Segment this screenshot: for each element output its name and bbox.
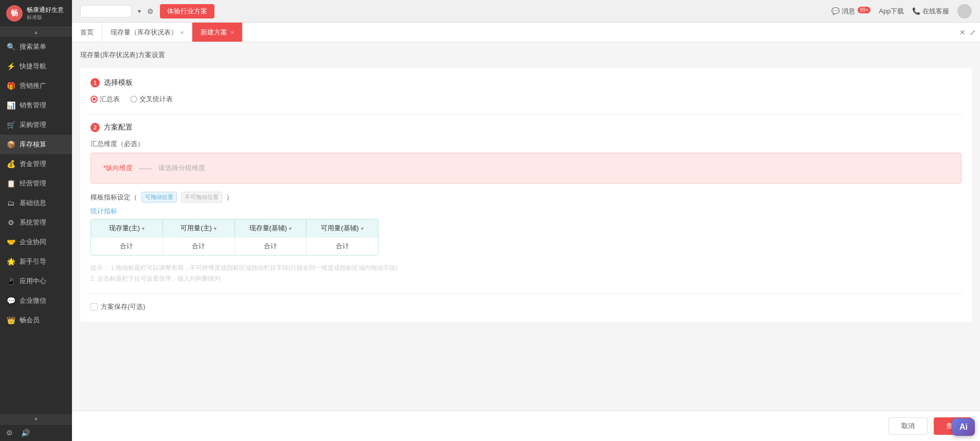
- tab-expand-icon[interactable]: ⤢: [970, 28, 976, 36]
- message-badge: 99+: [858, 7, 870, 13]
- page-title: 现存量(库存状况表)方案设置: [80, 50, 972, 60]
- sidebar-scroll-up[interactable]: ▲: [0, 27, 72, 37]
- sidebar-item-management[interactable]: 📋 经营管理: [0, 174, 72, 193]
- section1-title: 选择模板: [104, 78, 133, 87]
- stat-table-header: 现存量(主) ▾ 可用量(主) ▾ 现存量(基辅) ▾: [91, 219, 378, 237]
- sidebar-item-label: 应用中心: [20, 277, 46, 286]
- col-dropdown-2[interactable]: ▾: [289, 226, 292, 231]
- topbar-dropdown-arrow[interactable]: ▾: [138, 8, 141, 15]
- col-header-1[interactable]: 可用量(主) ▾: [163, 219, 235, 237]
- guide-icon: 🌟: [6, 257, 15, 266]
- stat-table: 现存量(主) ▾ 可用量(主) ▾ 现存量(基辅) ▾: [90, 219, 378, 255]
- sidebar-item-basic-info[interactable]: 🗂 基础信息: [0, 193, 72, 213]
- section1-header: 1 选择模板: [90, 78, 961, 87]
- sidebar-item-app-center[interactable]: 📱 应用中心: [0, 271, 72, 291]
- sidebar-item-inventory[interactable]: 📦 库存核算: [0, 135, 72, 154]
- sidebar-item-label: 搜索菜单: [20, 42, 46, 51]
- app-name: 畅康通好生意: [27, 6, 64, 14]
- col-header-3[interactable]: 可用量(基辅) ▾: [306, 219, 378, 237]
- message-icon[interactable]: 💬 消息 99+: [831, 7, 870, 16]
- section-choose-template: 1 选择模板 汇总表 交叉统计表: [90, 78, 961, 104]
- tab-new-plan-close[interactable]: ×: [230, 29, 233, 35]
- online-support-link[interactable]: 📞 在线客服: [912, 7, 949, 16]
- sidebar-item-label: 营销推广: [20, 81, 46, 90]
- collab-icon: 🤝: [6, 237, 15, 247]
- non-draggable-badge: 不可拖动位置: [181, 192, 222, 203]
- tabbar-right: ✕ ⤢: [955, 23, 980, 42]
- sidebar-item-label: 资金管理: [20, 159, 46, 169]
- topbar-search-input[interactable]: [80, 5, 132, 17]
- sidebar-item-system[interactable]: ⚙ 系统管理: [0, 213, 72, 232]
- app-center-icon: 📱: [6, 277, 15, 286]
- sidebar-item-label: 销售管理: [20, 101, 46, 110]
- search-icon: 🔍: [6, 42, 15, 51]
- inventory-icon: 📦: [6, 140, 15, 149]
- sidebar-item-label: 库存核算: [20, 140, 46, 149]
- sidebar-item-guide[interactable]: 🌟 新手引导: [0, 252, 72, 271]
- section2-header: 2 方案配置: [90, 123, 961, 132]
- dimension-row: *纵向维度 —— 请选择分组维度: [103, 163, 949, 173]
- settings-icon[interactable]: ⚙: [6, 429, 13, 437]
- purchase-icon: 🛒: [6, 120, 15, 130]
- sidebar-item-label: 基础信息: [20, 198, 46, 208]
- col-header-0[interactable]: 现存量(主) ▾: [91, 219, 163, 237]
- radio-cross-table[interactable]: 交叉统计表: [130, 95, 173, 104]
- save-checkbox[interactable]: [90, 303, 98, 310]
- marketing-icon: 🎁: [6, 81, 15, 90]
- col-dropdown-0[interactable]: ▾: [142, 226, 144, 231]
- sidebar-item-quick-nav[interactable]: ⚡ 快捷导航: [0, 57, 72, 76]
- system-icon: ⚙: [6, 218, 15, 227]
- quick-nav-icon: ⚡: [6, 62, 15, 71]
- radio-cross-circle: [130, 96, 137, 103]
- sidebar-item-label: 经营管理: [20, 179, 46, 188]
- topbar: ▾ ⚙ 体验行业方案 💬 消息 99+ App下载 📞 在线客服: [72, 0, 980, 23]
- app-download-link[interactable]: App下载: [879, 7, 904, 16]
- sidebar-scroll-down[interactable]: ▼: [0, 414, 72, 424]
- tab-inventory-close[interactable]: ×: [180, 29, 184, 35]
- topbar-right: 💬 消息 99+ App下载 📞 在线客服: [831, 4, 972, 19]
- tip-2: 2. 点击标题栏下拉可设置排序、插入列和删除列: [90, 274, 961, 283]
- sound-icon[interactable]: 🔊: [21, 429, 30, 437]
- user-avatar[interactable]: [957, 4, 972, 19]
- cancel-button[interactable]: 取消: [888, 417, 928, 435]
- sidebar-item-finance[interactable]: 💰 资金管理: [0, 154, 72, 174]
- sidebar-item-search[interactable]: 🔍 搜索菜单: [0, 37, 72, 57]
- stat-table-body: 合计 合计 合计 合计: [91, 237, 378, 255]
- radio-summary-table[interactable]: 汇总表: [90, 95, 120, 104]
- divider1: [90, 114, 961, 115]
- dimension-dash: ——: [139, 164, 152, 172]
- sidebar-item-marketing[interactable]: 🎁 营销推广: [0, 76, 72, 96]
- section2-title: 方案配置: [104, 123, 133, 132]
- draggable-badge: 可拖动位置: [141, 192, 177, 203]
- radio-summary-label: 汇总表: [100, 95, 120, 104]
- col-dropdown-3[interactable]: ▾: [361, 226, 364, 231]
- section1-number: 1: [90, 78, 100, 87]
- tab-inventory[interactable]: 现存量（库存状况表） ×: [102, 23, 192, 42]
- sales-icon: 📊: [6, 101, 15, 110]
- tab-new-plan[interactable]: 新建方案 ×: [192, 23, 242, 42]
- radio-cross-label: 交叉统计表: [139, 95, 173, 104]
- sidebar-item-member[interactable]: 👑 畅会员: [0, 310, 72, 330]
- management-icon: 📋: [6, 179, 15, 188]
- col-header-2[interactable]: 现存量(基辅) ▾: [235, 219, 307, 237]
- sidebar-item-purchase[interactable]: 🛒 采购管理: [0, 115, 72, 135]
- divider2: [90, 293, 961, 294]
- ai-badge[interactable]: Ai: [952, 418, 975, 436]
- radio-summary-circle: [90, 96, 98, 103]
- sidebar-item-collab[interactable]: 🤝 企业协同: [0, 232, 72, 252]
- content-area: 现存量(库存状况表)方案设置 1 选择模板 汇总表 交叉统计表: [72, 42, 980, 411]
- trial-button[interactable]: 体验行业方案: [160, 4, 214, 19]
- sidebar-item-wechat[interactable]: 💬 企业微信: [0, 291, 72, 310]
- topbar-gear-icon[interactable]: ⚙: [147, 7, 154, 15]
- tabbar: 首页 现存量（库存状况表） × 新建方案 × ✕ ⤢: [72, 23, 980, 42]
- tab-close-all-icon[interactable]: ✕: [959, 28, 966, 36]
- sidebar-item-label: 系统管理: [20, 218, 46, 227]
- save-option-label: 方案保存(可选): [101, 302, 146, 311]
- sidebar-item-sales[interactable]: 📊 销售管理: [0, 96, 72, 115]
- footer: 取消 查询: [72, 411, 980, 441]
- col-dropdown-1[interactable]: ▾: [214, 226, 216, 231]
- tab-home[interactable]: 首页: [72, 23, 102, 42]
- indicator-settings: 模板指标设定（ 可拖动位置 不可拖动位置 ） 统计指标 现存量(主) ▾: [90, 192, 961, 255]
- save-option: 方案保存(可选): [90, 302, 961, 311]
- dimension-pink-box: *纵向维度 —— 请选择分组维度: [90, 153, 961, 183]
